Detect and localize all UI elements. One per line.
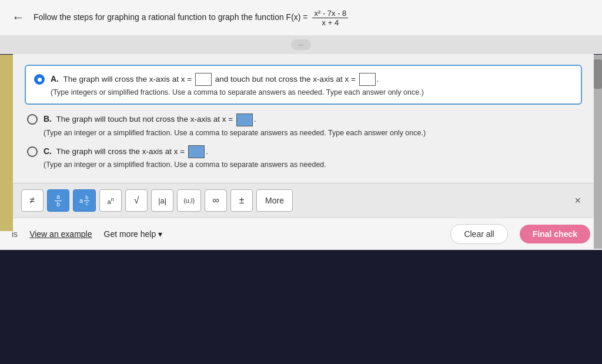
close-toolbar-button[interactable]: ×: [570, 192, 586, 209]
bottom-bar: is View an example Get more help ▾ Clear…: [0, 218, 602, 250]
math-toolbar: ≠ a b a b c an √ |a| (u,l): [13, 183, 594, 218]
left-sidebar: [0, 55, 13, 231]
neq-button[interactable]: ≠: [21, 189, 44, 212]
abs-button[interactable]: |a|: [151, 189, 173, 212]
abs-icon: |a|: [158, 196, 166, 205]
infinity-button[interactable]: ∞: [205, 189, 227, 212]
view-example-link[interactable]: View an example: [29, 229, 92, 239]
interval-icon: (u,l): [183, 197, 195, 204]
option-b-input[interactable]: [236, 113, 253, 126]
option-a-radio[interactable]: [34, 74, 45, 85]
sqrt-icon: √: [134, 195, 139, 206]
clear-all-button[interactable]: Clear all: [450, 224, 507, 244]
option-c-subtext: (Type an integer or a simplified fractio…: [44, 161, 326, 169]
more-button[interactable]: More: [256, 189, 293, 212]
right-scrollbar[interactable]: [594, 55, 602, 249]
option-b-radio[interactable]: [27, 114, 38, 125]
mixed-fraction-icon: a b c: [79, 195, 89, 206]
option-c-content: C. The graph will cross the x-axis at x …: [44, 145, 326, 169]
divider-row: ···: [0, 35, 602, 54]
get-more-help-button[interactable]: Get more help ▾: [104, 229, 163, 239]
option-c-radio[interactable]: [27, 146, 38, 157]
sqrt-button[interactable]: √: [125, 189, 148, 212]
mixed-fraction-button[interactable]: a b c: [73, 189, 96, 212]
function-fraction: x² - 7x - 8 x + 4: [312, 9, 348, 27]
option-a-input-1[interactable]: [195, 73, 212, 86]
top-bar: ← Follow the steps for graphing a ration…: [0, 0, 602, 35]
interval-button[interactable]: (u,l): [177, 189, 201, 212]
fraction-button[interactable]: a b: [47, 189, 69, 212]
scrollbar-thumb[interactable]: [594, 59, 602, 89]
final-check-button[interactable]: Final check: [520, 225, 590, 243]
option-c-text: C. The graph will cross the x-axis at x …: [44, 145, 326, 158]
option-a-input-2[interactable]: [359, 73, 376, 86]
plusminus-button[interactable]: ±: [230, 189, 253, 212]
option-b-text: B. The graph will touch but not cross th…: [44, 113, 426, 126]
problem-text: Follow the steps for graphing a rational…: [34, 9, 590, 27]
content-area: A. The graph will cross the x-axis at x …: [13, 54, 594, 183]
exponent-icon: an: [108, 196, 114, 205]
option-a-content: A. The graph will cross the x-axis at x …: [51, 73, 424, 96]
exponent-button[interactable]: an: [99, 189, 122, 212]
option-a-text: A. The graph will cross the x-axis at x …: [51, 73, 424, 86]
option-b-subtext: (Type an integer or a simplified fractio…: [44, 129, 426, 137]
option-c-input[interactable]: [188, 145, 205, 158]
option-c-row[interactable]: C. The graph will cross the x-axis at x …: [27, 145, 582, 169]
option-a-subtext: (Type integers or simplified fractions. …: [51, 88, 424, 96]
main-container: ← Follow the steps for graphing a ration…: [0, 0, 602, 364]
back-arrow-icon[interactable]: ←: [12, 10, 25, 25]
fraction-icon: a b: [55, 193, 62, 208]
dots-button[interactable]: ···: [291, 39, 310, 50]
option-b-content: B. The graph will touch but not cross th…: [44, 113, 426, 136]
option-a-row[interactable]: A. The graph will cross the x-axis at x …: [25, 65, 582, 105]
option-b-row[interactable]: B. The graph will touch but not cross th…: [27, 113, 582, 136]
